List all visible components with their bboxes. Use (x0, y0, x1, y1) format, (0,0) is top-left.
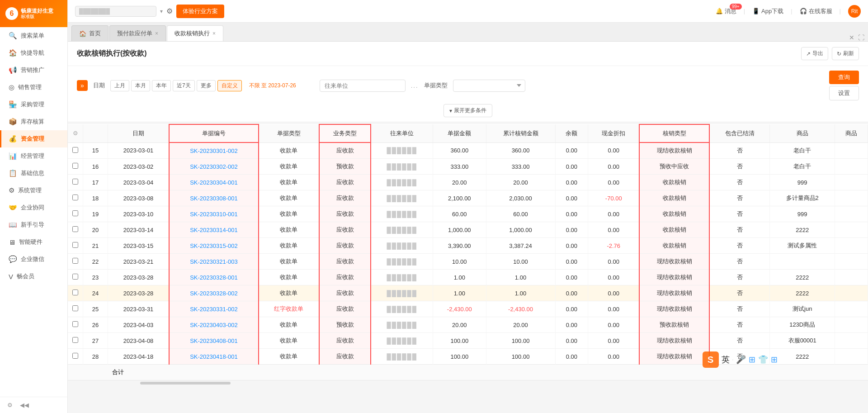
tab-prepay-close-icon[interactable]: × (155, 30, 158, 37)
cell-balance: 0.00 (555, 333, 588, 349)
guide-icon: 📖 (9, 221, 17, 229)
row-checkbox[interactable] (72, 179, 78, 185)
sidebar-item-system[interactable]: ⚙ 系统管理 (0, 182, 67, 199)
tab-fullscreen-icon[interactable]: ⛶ (858, 34, 864, 41)
cell-include-settled: 否 (709, 159, 770, 175)
sidebar-item-hardware[interactable]: 🖥 智能硬件 (0, 233, 67, 251)
sidebar-item-guide[interactable]: 📖 新手引导 (0, 216, 67, 233)
cell-biz-type: 应收款 (319, 285, 371, 301)
sidebar-item-sales[interactable]: ◎ 销售管理 (0, 79, 67, 96)
cell-bill-no[interactable]: SK-20230302-002 (169, 159, 258, 175)
last-7-days-btn[interactable]: 近7天 (173, 80, 195, 91)
cell-bill-no[interactable]: SK-20230301-002 (169, 142, 258, 159)
more-date-btn[interactable]: 更多 (197, 80, 216, 91)
this-month-btn[interactable]: 本月 (131, 80, 150, 91)
filter-settings-btn[interactable]: 设置 (829, 86, 859, 100)
cell-bill-no[interactable]: SK-20230328-001 (169, 270, 258, 285)
cell-balance: 0.00 (555, 159, 588, 175)
row-checkbox[interactable] (72, 321, 78, 327)
online-service-link[interactable]: 🎧 在线客服 (800, 7, 832, 15)
col-settings[interactable]: ⚙ (68, 124, 83, 142)
row-checkbox[interactable] (72, 258, 78, 264)
cell-bill-no[interactable]: SK-20230310-001 (169, 206, 258, 222)
cell-date: 2023-03-02 (108, 159, 169, 175)
cell-product: 999 (770, 206, 835, 222)
sidebar-item-member[interactable]: V 畅会员 (0, 268, 67, 285)
cell-bill-no[interactable]: SK-20230308-001 (169, 190, 258, 206)
capital-icon: 💰 (9, 135, 17, 143)
cell-include-settled: 否 (709, 238, 770, 254)
industry-btn[interactable]: 体验行业方案 (176, 5, 224, 18)
partner-input[interactable] (320, 80, 406, 92)
cell-product: 测试jun (770, 301, 835, 317)
filter-toggle-btn[interactable]: » (77, 80, 88, 91)
sidebar-item-enterprise[interactable]: 🤝 企业协同 (0, 199, 67, 216)
horizontal-scrollbar[interactable] (68, 380, 868, 385)
row-checkbox[interactable] (72, 163, 78, 169)
cell-row-num: 19 (83, 206, 108, 222)
cell-checkbox (68, 222, 83, 238)
last-month-btn[interactable]: 上月 (110, 80, 129, 91)
cell-partner: ██████ (371, 206, 433, 222)
sidebar-item-capital[interactable]: 💰 资金管理 (0, 130, 67, 147)
cell-include-settled: 否 (709, 349, 770, 365)
cell-include-settled: 否 (709, 285, 770, 301)
tab-collection-close-icon[interactable]: × (212, 30, 216, 37)
enterprise-icon: 🤝 (9, 204, 17, 212)
row-checkbox[interactable] (72, 147, 78, 153)
expand-conditions-btn[interactable]: ▾ 展开更多条件 (443, 104, 492, 117)
content-area: 收款核销执行(按收款) ↗ 导出 ↻ 刷新 » 日期 上月 (68, 42, 868, 413)
cell-bill-no[interactable]: SK-20230304-001 (169, 175, 258, 190)
row-checkbox[interactable] (72, 290, 78, 295)
avatar[interactable]: Rit (848, 5, 861, 18)
custom-date-btn[interactable]: 自定义 (217, 80, 242, 91)
cell-row-num: 21 (83, 238, 108, 254)
cell-bill-no[interactable]: SK-20230321-003 (169, 254, 258, 270)
cell-biz-type: 应收款 (319, 349, 371, 365)
query-btn[interactable]: 查询 (829, 71, 859, 84)
cell-cancel-amount: -2,430.00 (486, 301, 555, 317)
row-checkbox[interactable] (72, 210, 78, 216)
row-checkbox[interactable] (72, 195, 78, 200)
cell-product: 2222 (770, 222, 835, 238)
sidebar-item-quick-nav[interactable]: 🏠 快捷导航 (0, 44, 67, 62)
cell-bill-no[interactable]: SK-20230315-002 (169, 238, 258, 254)
cell-bill-no[interactable]: SK-20230408-001 (169, 333, 258, 349)
cell-bill-no[interactable]: SK-20230403-002 (169, 317, 258, 333)
export-btn[interactable]: ↗ 导出 (801, 47, 828, 60)
sidebar-item-wechat[interactable]: 💬 企业微信 (0, 251, 67, 268)
cell-bill-no[interactable]: SK-20230314-001 (169, 222, 258, 238)
sidebar-item-inventory[interactable]: 📦 库存核算 (0, 113, 67, 130)
tab-collection-cancel[interactable]: 收款核销执行 × (167, 25, 223, 41)
row-checkbox[interactable] (72, 337, 78, 343)
sidebar-item-basic[interactable]: 📋 基础信息 (0, 165, 67, 182)
row-checkbox[interactable] (72, 274, 78, 280)
tab-prepay[interactable]: 预付款应付单 × (109, 25, 166, 41)
refresh-btn[interactable]: ↻ 刷新 (832, 47, 859, 60)
row-checkbox[interactable] (72, 226, 78, 232)
collapse-icon[interactable]: ◀◀ (20, 402, 29, 408)
cell-bill-no[interactable]: SK-20230328-002 (169, 285, 258, 301)
sidebar-item-search[interactable]: 🔍 搜索菜单 (0, 27, 67, 44)
cell-bill-no[interactable]: SK-20230331-002 (169, 301, 258, 317)
gear-icon[interactable]: ⚙ (166, 7, 173, 15)
sidebar-item-purchase[interactable]: 🏪 采购管理 (0, 96, 67, 113)
cell-amount: 1.00 (433, 270, 486, 285)
col-include-settled: 包含已结清 (709, 124, 770, 142)
settings-bottom-icon[interactable]: ⚙ (7, 402, 13, 408)
cell-bill-no[interactable]: SK-20230418-001 (169, 349, 258, 365)
bill-type-select[interactable] (453, 80, 525, 92)
sidebar-item-operations[interactable]: 📊 经营管理 (0, 147, 67, 165)
tab-home[interactable]: 🏠 首页 (71, 25, 108, 41)
cell-cancel-type: 收款核销 (639, 222, 709, 238)
cell-amount: 60.00 (433, 206, 486, 222)
notification-area[interactable]: 🔔 消息 99+ (716, 7, 736, 15)
sidebar-item-marketing[interactable]: 📢 营销推广 (0, 62, 67, 79)
this-year-btn[interactable]: 本年 (152, 80, 171, 91)
row-checkbox[interactable] (72, 242, 78, 248)
app-download-link[interactable]: 📱 App下载 (752, 7, 783, 15)
tab-close-all-icon[interactable]: ✕ (849, 34, 854, 41)
row-checkbox[interactable] (72, 305, 78, 311)
cell-amount: 10.00 (433, 254, 486, 270)
row-checkbox[interactable] (72, 353, 78, 359)
